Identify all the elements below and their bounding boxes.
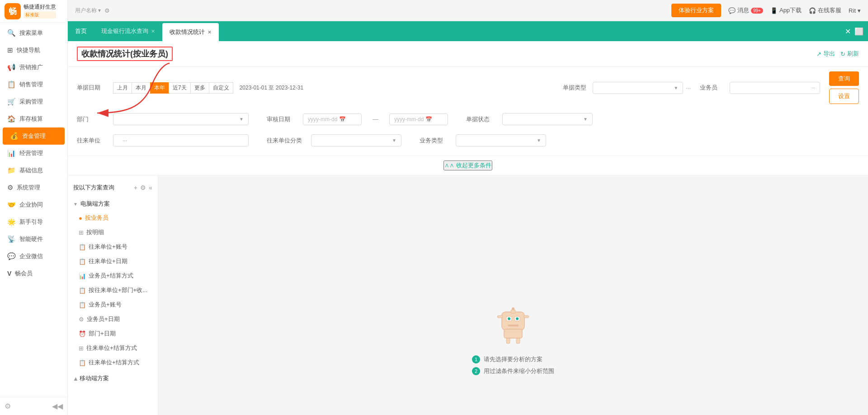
- tab-bank-close-icon[interactable]: ✕: [151, 28, 155, 34]
- scheme-item-partner-date[interactable]: 📋 往来单位+日期: [68, 254, 158, 269]
- scheme-salesman-icon: ●: [79, 215, 82, 222]
- sidebar-item-enterprise[interactable]: 🤝 企业协同: [0, 196, 67, 213]
- search-icon: 🔍: [7, 29, 16, 37]
- doc-type-select[interactable]: ▼: [593, 82, 683, 94]
- scheme-salesman-date-icon: ⚙: [79, 316, 84, 323]
- dept-chevron-icon: ▼: [239, 117, 244, 122]
- scheme-salesman-settle-icon: 📊: [79, 273, 86, 279]
- footer-collapse-icon[interactable]: ◀◀: [52, 402, 63, 410]
- partner-select[interactable]: ···: [113, 134, 249, 146]
- tab-receipt[interactable]: 收款情况统计 ✕: [162, 23, 219, 41]
- svg-rect-9: [524, 316, 529, 318]
- scheme-item-salesman-settle[interactable]: 📊 业务员+结算方式: [68, 269, 158, 283]
- collapse-bar[interactable]: ∧∧ 收起更多条件: [68, 156, 868, 175]
- filter-area: 单据日期 上月 本月 本年 近7天 更多 自定义 2023-01-01 至 20…: [68, 67, 868, 156]
- doc-status-select[interactable]: ▼: [502, 113, 593, 125]
- sidebar-item-purchase[interactable]: 🛒 采购管理: [0, 93, 67, 110]
- close-window-button[interactable]: ✕: [845, 27, 851, 36]
- tab-bar: 首页 现金银行流水查询 ✕ 收款情况统计 ✕ ✕ ⬜: [68, 21, 868, 41]
- collapse-button[interactable]: ∧∧ 收起更多条件: [443, 160, 492, 170]
- sidebar-item-sales[interactable]: 📋 销售管理: [0, 76, 67, 93]
- export-icon: ↗: [816, 51, 821, 57]
- audit-date-to-input[interactable]: yyyy-mm-dd 📅: [389, 113, 448, 125]
- audit-date-label: 审核日期: [267, 115, 294, 123]
- online-service-action[interactable]: 🎧 在线客服: [809, 6, 841, 14]
- salesman-select[interactable]: ···: [730, 82, 820, 94]
- maximize-window-button[interactable]: ⬜: [854, 27, 863, 36]
- user-chevron-icon: ▾: [858, 7, 861, 14]
- message-label: 消息: [737, 6, 749, 14]
- app-download-action[interactable]: 📱 App下载: [770, 6, 802, 14]
- capital-icon: 💰: [10, 132, 19, 140]
- page-content: 收款情况统计(按业务员) ↗ 导出 ↻ 刷新 单据日期 上月 本月: [68, 41, 868, 415]
- scheme-item-by-detail[interactable]: ⊞ 按明细: [68, 225, 158, 240]
- step-num-1: 1: [472, 355, 480, 363]
- date-tab-custom[interactable]: 自定义: [209, 82, 233, 94]
- svg-rect-11: [506, 338, 510, 344]
- sidebar-item-quicknav[interactable]: ⊞ 快捷导航: [0, 42, 67, 59]
- inventory-icon: 🏠: [7, 115, 16, 123]
- scheme-item-by-salesman[interactable]: ● 按业务员: [68, 211, 158, 225]
- doc-type-label: 单据类型: [563, 84, 590, 92]
- tab-bank[interactable]: 现金银行流水查询 ✕: [94, 21, 162, 41]
- sidebar-item-capital[interactable]: 💰 资金管理: [3, 127, 65, 145]
- sidebar-item-system[interactable]: ⚙ 系统管理: [0, 179, 67, 196]
- username-display[interactable]: Rit ▾: [849, 7, 861, 14]
- panel-settings-button[interactable]: ⚙: [140, 184, 146, 191]
- panel-add-button[interactable]: +: [134, 184, 137, 191]
- biz-type-select[interactable]: ▼: [456, 134, 546, 146]
- sidebar-item-basic[interactable]: 📁 基础信息: [0, 162, 67, 179]
- basic-icon: 📁: [7, 166, 16, 174]
- sidebar-item-search[interactable]: 🔍 搜索菜单: [0, 24, 67, 42]
- refresh-button[interactable]: ↻ 刷新: [840, 50, 859, 58]
- sidebar-item-wechat[interactable]: 💬 企业微信: [0, 248, 67, 265]
- date-tab-this-year[interactable]: 本年: [150, 82, 169, 94]
- date-tab-last-month[interactable]: 上月: [113, 82, 132, 94]
- settings-gear-icon[interactable]: ⚙: [104, 7, 110, 14]
- online-service-label: 在线客服: [818, 6, 841, 14]
- sidebar-item-guide[interactable]: 🌟 新手引导: [0, 213, 67, 231]
- scheme-partner-settle2-icon: 📋: [79, 359, 86, 366]
- date-separator: —: [371, 116, 380, 123]
- scheme-item-salesman-account[interactable]: 📋 业务员+账号: [68, 297, 158, 312]
- query-button[interactable]: 查询: [829, 71, 859, 86]
- partner-category-select[interactable]: ▼: [311, 134, 401, 146]
- scheme-item-partner-settle2[interactable]: 📋 往来单位+结算方式: [68, 355, 158, 370]
- settings-button[interactable]: 设置: [829, 89, 859, 104]
- right-content: 1 请先选择要分析的方案 2 用过滤条件来缩小分析范围: [158, 175, 868, 415]
- audit-date-from-input[interactable]: yyyy-mm-dd 📅: [303, 113, 362, 125]
- message-action[interactable]: 💬 消息 99+: [728, 6, 763, 14]
- tab-home[interactable]: 首页: [68, 21, 94, 41]
- sidebar-item-marketing[interactable]: 📢 营销推广: [0, 59, 67, 76]
- doc-type-more-icon[interactable]: ···: [686, 85, 691, 91]
- purchase-icon: 🛒: [7, 98, 16, 106]
- sidebar-item-inventory[interactable]: 🏠 库存核算: [0, 110, 67, 127]
- mobile-group-label: 移动端方案: [80, 374, 109, 382]
- partner-category-chevron-icon: ▼: [392, 138, 396, 143]
- date-tab-this-month[interactable]: 本月: [132, 82, 150, 94]
- footer-settings-icon[interactable]: ⚙: [5, 402, 11, 410]
- username-text: Rit: [849, 7, 856, 14]
- filter-row-1: 单据日期 上月 本月 本年 近7天 更多 自定义 2023-01-01 至 20…: [77, 67, 859, 108]
- user-info: 用户名称 ▾: [75, 7, 101, 14]
- trial-button[interactable]: 体验行业方案: [671, 4, 721, 17]
- export-button[interactable]: ↗ 导出: [816, 50, 835, 58]
- scheme-item-salesman-date[interactable]: ⚙ 业务员+日期: [68, 312, 158, 326]
- scheme-item-dept-date[interactable]: ⏰ 部门+日期: [68, 326, 158, 341]
- tab-receipt-close-icon[interactable]: ✕: [208, 29, 212, 35]
- date-tab-more[interactable]: 更多: [190, 82, 209, 94]
- page-title-bar: 收款情况统计(按业务员) ↗ 导出 ↻ 刷新: [68, 41, 868, 67]
- sidebar-item-operation[interactable]: 📊 经营管理: [0, 145, 67, 162]
- sidebar-item-hardware[interactable]: 📡 智能硬件: [0, 231, 67, 248]
- panel-collapse-button[interactable]: «: [149, 184, 152, 191]
- dept-select[interactable]: ▼: [113, 113, 249, 125]
- scheme-item-partner-dept[interactable]: 📋 按往来单位+部门+收...: [68, 283, 158, 297]
- scheme-item-partner-settle1[interactable]: ⊞ 往来单位+结算方式: [68, 341, 158, 355]
- date-tab-7days[interactable]: 近7天: [169, 82, 190, 94]
- scheme-item-partner-account[interactable]: 📋 往来单位+账号: [68, 240, 158, 254]
- svg-rect-10: [504, 329, 522, 338]
- mobile-group-title[interactable]: ▶ 移动端方案: [68, 372, 158, 385]
- sidebar-item-member[interactable]: V 畅会员: [0, 265, 67, 282]
- desktop-group-title[interactable]: ▼ 电脑端方案: [68, 197, 158, 211]
- partner-more-icon[interactable]: ···: [123, 137, 127, 144]
